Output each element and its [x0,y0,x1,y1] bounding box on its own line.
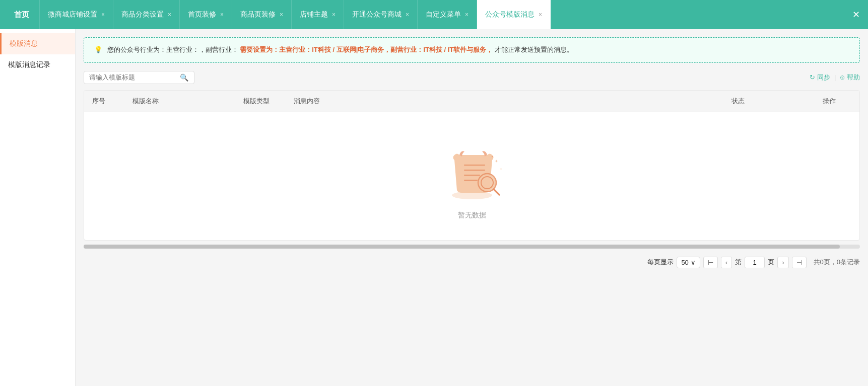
nav-tab-wsc[interactable]: 微商城店铺设置 × [40,0,113,29]
search-input[interactable] [89,73,180,81]
search-left: 🔍 [84,71,194,84]
nav-tab-menu-label: 自定义菜单 [426,10,461,19]
nav-tab-theme-label: 店铺主题 [300,10,328,19]
nav-tab-mall-close[interactable]: × [406,11,409,18]
sidebar-item-template-record-label: 模版消息记录 [8,60,50,68]
page-size-label: 每页显示 [647,258,674,267]
svg-line-7 [494,189,499,195]
sync-button[interactable]: ↻ 同步 [810,73,830,82]
nav-tab-mall-label: 开通公众号商城 [352,10,402,19]
empty-illustration: ✦ ✦ ✦ [437,142,507,203]
last-page-button[interactable]: ⊣ [792,257,807,268]
search-input-wrapper[interactable]: 🔍 [84,71,194,84]
search-icon[interactable]: 🔍 [180,73,188,82]
nav-tab-home-decor[interactable]: 首页装修 × [180,0,232,29]
nav-tab-home-decor-close[interactable]: × [220,11,224,18]
col-header-seq: 序号 [84,91,124,112]
page-size-chevron: ∨ [691,259,696,266]
horizontal-scrollbar[interactable] [84,245,860,249]
nav-tab-template-close[interactable]: × [539,11,542,18]
col-header-type: 模版类型 [235,91,286,112]
nav-tab-theme-close[interactable]: × [332,11,336,18]
page-size-value: 50 [681,259,688,266]
total-info: 共0页，0条记录 [814,258,860,267]
nav-tab-menu-close[interactable]: × [465,11,469,18]
sidebar-item-template-msg-label: 模版消息 [10,39,38,47]
notice-prefix: 您的公众号行业为：主营行业：，副营行业： [107,46,238,53]
sidebar: 模版消息 模版消息记录 [0,29,76,386]
first-page-button[interactable]: ⊢ [703,257,718,268]
notice-box: 💡 您的公众号行业为：主营行业：，副营行业： 需要设置为：主营行业：IT科技 /… [84,37,860,63]
data-table: 序号 模版名称 模版类型 消息内容 状态 操作 [84,90,860,241]
help-button[interactable]: ⊙ 帮助 [840,73,860,82]
content-area: 💡 您的公众号行业为：主营行业：，副营行业： 需要设置为：主营行业：IT科技 /… [76,29,868,386]
nav-tab-template-label: 公众号模版消息 [485,10,535,19]
sidebar-item-template-record[interactable]: 模版消息记录 [0,54,75,75]
page-unit: 页 [768,258,774,267]
empty-text: 暂无数据 [458,211,486,220]
search-bar: 🔍 ↻ 同步 | ⊙ 帮助 [84,71,860,84]
nav-tab-category-close[interactable]: × [168,11,171,18]
home-label: 首页 [14,10,29,20]
col-header-action: 操作 [799,91,859,112]
toolbar-right: ↻ 同步 | ⊙ 帮助 [810,73,860,82]
notice-highlight: 需要设置为：主营行业：IT科技 / 互联网|电子商务，副营行业：IT科技 / I… [240,46,493,53]
nav-tab-product-decor[interactable]: 商品页装修 × [232,0,292,29]
nav-tab-category[interactable]: 商品分类设置 × [113,0,180,29]
empty-state: ✦ ✦ ✦ 暂无数据 [84,112,859,240]
pagination: 每页显示 50 ∨ ⊢ ‹ 第 页 › ⊣ 共0页，0条记录 [84,253,860,270]
nav-tab-template[interactable]: 公众号模版消息 × [477,0,551,29]
nav-tab-mall[interactable]: 开通公众号商城 × [344,0,418,29]
page-number-input[interactable] [745,257,765,268]
nav-tab-wsc-close[interactable]: × [101,11,105,18]
nav-tab-product-decor-label: 商品页装修 [240,10,276,19]
svg-text:✦: ✦ [491,155,493,158]
main-layout: 模版消息 模版消息记录 💡 您的公众号行业为：主营行业：，副营行业： 需要设置为… [0,29,868,386]
page-size-select[interactable]: 50 ∨ [677,257,700,268]
table-header: 序号 模版名称 模版类型 消息内容 状态 操作 [84,91,859,112]
col-header-content: 消息内容 [286,91,723,112]
nav-tab-product-decor-close[interactable]: × [280,11,283,18]
nav-tab-menu[interactable]: 自定义菜单 × [418,0,477,29]
toolbar-divider: | [834,73,836,81]
nav-tab-home-decor-label: 首页装修 [188,10,216,19]
nav-tab-wsc-label: 微商城店铺设置 [48,10,97,19]
nav-tab-theme[interactable]: 店铺主题 × [292,0,344,29]
col-header-status: 状态 [723,91,799,112]
nav-home[interactable]: 首页 [4,0,40,29]
col-header-name: 模版名称 [124,91,235,112]
next-page-button[interactable]: › [777,257,788,268]
svg-text:✦: ✦ [495,159,498,164]
scroll-thumb[interactable] [84,245,840,249]
prev-page-button[interactable]: ‹ [721,257,732,268]
svg-text:✦: ✦ [500,168,502,171]
sidebar-item-template-msg[interactable]: 模版消息 [0,33,75,54]
nav-tab-category-label: 商品分类设置 [121,10,164,19]
window-close-button[interactable]: ✕ [852,9,860,20]
top-navigation: 首页 微商城店铺设置 × 商品分类设置 × 首页装修 × 商品页装修 × 店铺主… [0,0,868,29]
notice-suffix: 才能正常发送预置的消息。 [495,46,573,53]
page-label: 第 [735,258,742,267]
notice-icon: 💡 [94,46,102,53]
